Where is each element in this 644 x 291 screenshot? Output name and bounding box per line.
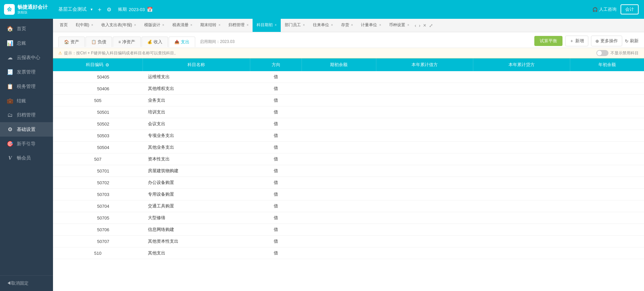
tab-close-subject[interactable]: × — [275, 23, 277, 27]
sidebar-label-member: 畅会员 — [17, 155, 31, 161]
consultation-button[interactable]: 🎧 人工咨询 — [592, 6, 616, 12]
sidebar-item-home[interactable]: 🏠 首页 — [0, 21, 53, 36]
table-row[interactable]: 50705 大型修缮 借 — [53, 212, 644, 224]
cell-code: 50405 — [53, 71, 143, 83]
sidebar-item-member[interactable]: V 畅会员 — [0, 151, 53, 165]
sub-tab-assets[interactable]: 🏠 资产 — [58, 37, 85, 47]
tab-close-archive[interactable]: × — [247, 23, 249, 27]
sidebar-item-archive[interactable]: 🗂 归档管理 — [0, 108, 53, 122]
tab-bar: 首页 E(中期) × 收入支出表(年报) × 模版设计 × 税表清册 × 期末结… — [53, 19, 644, 32]
table-row[interactable]: 50501 培训支出 借 — [53, 106, 644, 118]
tab-close-dept[interactable]: × — [303, 23, 305, 27]
cell-name: 房屋建筑物购建 — [143, 165, 250, 177]
sub-tab-expense[interactable]: 📤 支出 — [169, 37, 195, 47]
sidebar-item-invoice[interactable]: 🧾 发票管理 — [0, 65, 53, 79]
tab-close-period[interactable]: × — [218, 23, 220, 27]
sidebar-item-checkout[interactable]: 💼 结账 — [0, 94, 53, 108]
tab-dept-staff[interactable]: 部门员工 × — [281, 19, 309, 32]
table-row[interactable]: 505 业务支出 借 — [53, 95, 644, 106]
sub-tab-liabilities[interactable]: 📋 负债 — [86, 37, 112, 47]
sidebar-item-settings[interactable]: ⚙ 基础设置 — [0, 122, 53, 137]
sidebar-item-cloud-report[interactable]: ☁ 云报表中心 — [0, 50, 53, 65]
tab-subject-initial[interactable]: 科目期初 × — [253, 19, 281, 32]
table-row[interactable]: 50502 会议支出 借 — [53, 118, 644, 130]
tab-tax-table[interactable]: 税表清册 × — [168, 19, 197, 32]
balance-button[interactable]: 试算平衡 — [534, 36, 562, 46]
tab-close-tax[interactable]: × — [191, 23, 193, 27]
tab-counterpart[interactable]: 往来单位 × — [309, 19, 337, 32]
more-actions-button[interactable]: ⊕ 更多操作 — [591, 36, 622, 46]
tab-close-template[interactable]: × — [162, 23, 164, 27]
tab-close-all-button[interactable]: × — [422, 21, 427, 30]
cell-initial-balance — [302, 153, 376, 165]
tab-expand-button[interactable]: ⤢ — [428, 21, 434, 30]
table-row[interactable]: 50504 其他业务支出 借 — [53, 142, 644, 153]
tab-close-currency[interactable]: × — [407, 23, 409, 27]
cell-ytd-credit — [473, 95, 570, 106]
notice-bar: ⚠ 提示：按Ctrl + F键并输入科目编码或者科目名称可以查找科目。 不显示禁… — [53, 48, 644, 58]
cell-dir: 借 — [250, 95, 302, 106]
table-row[interactable]: 507 资本性支出 借 — [53, 153, 644, 165]
tab-template[interactable]: 模版设计 × — [140, 19, 168, 32]
tab-income-report[interactable]: 收入支出表(年报) × — [97, 19, 140, 32]
tab-unit[interactable]: 计量单位 × — [357, 19, 385, 32]
tab-close-income[interactable]: × — [134, 23, 136, 27]
sidebar-item-tax[interactable]: 📋 税务管理 — [0, 79, 53, 94]
disabled-toggle[interactable] — [596, 50, 608, 56]
invoice-icon: 🧾 — [7, 69, 13, 75]
cell-dir: 借 — [250, 236, 302, 247]
tab-period-close[interactable]: 期末结转 × — [196, 19, 224, 32]
tab-label-archive: 归档管理 — [228, 22, 245, 28]
more-label: 更多操作 — [600, 38, 618, 44]
sidebar-toggle-pin[interactable]: ◀取消固定 — [0, 275, 53, 291]
sidebar-item-general-ledger[interactable]: 📊 总账 — [0, 36, 53, 50]
tab-prev-button[interactable]: ‹ — [413, 21, 418, 30]
member-icon: V — [7, 155, 13, 161]
sub-tab-label-income: 收入 — [154, 39, 162, 45]
cell-year-start — [570, 177, 644, 189]
sub-tab-net-assets[interactable]: ≡ 净资产 — [113, 37, 141, 47]
table-row[interactable]: 50701 房屋建筑物购建 借 — [53, 165, 644, 177]
header-settings-icon[interactable]: ⚙ — [107, 6, 111, 13]
cell-year-start — [570, 189, 644, 200]
cell-dir: 借 — [250, 83, 302, 95]
table-row[interactable]: 50703 专用设备购置 借 — [53, 189, 644, 200]
table-row[interactable]: 50704 交通工具购置 借 — [53, 200, 644, 212]
tab-home[interactable]: 首页 — [56, 19, 72, 32]
dropdown-icon[interactable]: ▾ — [91, 7, 93, 12]
table-row[interactable]: 50706 信息网络购建 借 — [53, 224, 644, 236]
cell-name: 运维维支出 — [143, 71, 250, 83]
tab-label-subject: 科目期初 — [257, 22, 273, 28]
tab-next-button[interactable]: › — [418, 21, 422, 30]
cell-ytd-debit — [376, 95, 473, 106]
tab-close-midterm[interactable]: × — [91, 23, 93, 27]
table-row[interactable]: 50707 其他资本性支出 借 — [53, 236, 644, 247]
subject-table: 科目编码 ⚙ 科目名称 方向 期初余额 本年累计借方 本年累计贷方 年初余额 5 — [53, 58, 644, 259]
tab-midterm[interactable]: E(中期) × — [72, 19, 97, 32]
sidebar-item-guide[interactable]: 🎯 新手引导 — [0, 137, 53, 151]
add-button[interactable]: ＋ 新增 — [565, 36, 588, 46]
cell-ytd-credit — [473, 71, 570, 83]
tab-inventory[interactable]: 存货 × — [337, 19, 357, 32]
add-tab-button[interactable]: ＋ — [97, 5, 103, 13]
refresh-button[interactable]: ↻ 刷新 — [625, 38, 639, 44]
sub-tab-income[interactable]: 💰 收入 — [142, 37, 168, 47]
table-row[interactable]: 50702 办公设备购置 借 — [53, 177, 644, 189]
tab-close-unit[interactable]: × — [379, 23, 381, 27]
table-row[interactable]: 50405 运维维支出 借 — [53, 71, 644, 83]
col-settings-icon[interactable]: ⚙ — [105, 62, 109, 67]
tab-archive-mgmt[interactable]: 归档管理 × — [224, 19, 253, 32]
tab-close-counterpart[interactable]: × — [331, 23, 333, 27]
tab-close-inventory[interactable]: × — [351, 23, 353, 27]
table-row[interactable]: 50503 专项业务支出 借 — [53, 130, 644, 142]
cell-ytd-debit — [376, 106, 473, 118]
cell-name: 会议支出 — [143, 118, 250, 130]
kuaiji-button[interactable]: 会计 — [621, 4, 639, 14]
settings-icon: ⚙ — [7, 126, 13, 133]
table-row[interactable]: 510 其他支出 借 — [53, 247, 644, 259]
table-row[interactable]: 50406 其他维权支出 借 — [53, 83, 644, 95]
liabilities-icon: 📋 — [91, 40, 96, 44]
calendar-icon[interactable]: 📅 — [147, 7, 153, 12]
tab-currency[interactable]: 币种设置 × — [385, 19, 413, 32]
col-ytd-debit: 本年累计借方 — [376, 58, 473, 71]
